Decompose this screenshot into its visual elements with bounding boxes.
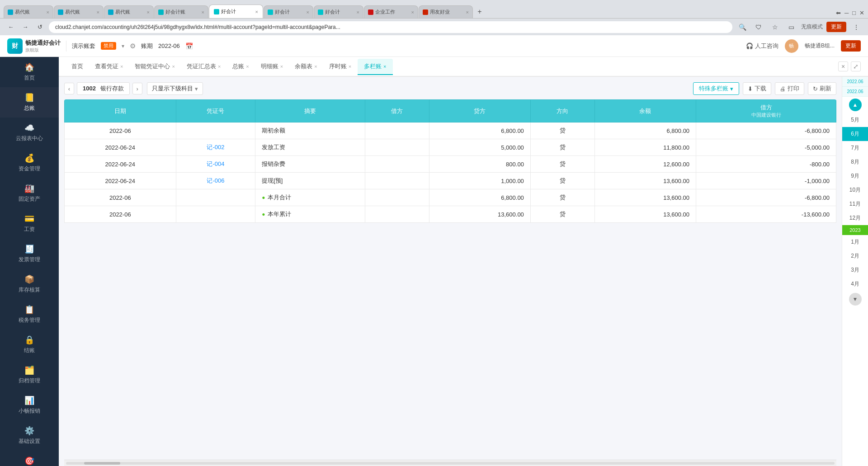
tab-voucher-summary-close[interactable]: × [218, 64, 221, 69]
horizontal-scrollbar[interactable] [64, 460, 836, 466]
sidebar-item-close-account[interactable]: 🔒 结账 [0, 329, 59, 360]
tab-7-close[interactable]: × [357, 9, 359, 15]
month-7[interactable]: 7月 [842, 141, 868, 155]
sidebar-item-archive[interactable]: 🗂️ 归档管理 [0, 360, 59, 390]
tab-general-ledger-close[interactable]: × [246, 64, 249, 69]
tab-journal-close[interactable]: × [349, 64, 351, 69]
tab-6-close[interactable]: × [307, 9, 309, 15]
next-account-button[interactable]: › [132, 83, 142, 94]
sidebar-item-fund-mgmt[interactable]: 💰 资金管理 [0, 148, 59, 178]
month-3[interactable]: 3月 [842, 263, 868, 277]
scroll-up-button[interactable]: ▲ [849, 99, 862, 111]
tab-8-close[interactable]: × [411, 9, 414, 15]
refresh-button[interactable]: ↻ 刷新 [808, 82, 836, 95]
special-multi-column-button[interactable]: 特殊多栏账 ▾ [693, 82, 739, 95]
sidebar-item-fixed-assets[interactable]: 🏭 固定资产 [0, 178, 59, 208]
account-selector[interactable]: 1002 银行存款 [77, 82, 130, 95]
chevron-down-icon[interactable]: ▾ [122, 43, 124, 49]
browser-tab-5[interactable]: 好会计 × [209, 5, 263, 18]
tab-detail-ledger-close[interactable]: × [280, 64, 283, 69]
month-4[interactable]: 4月 [842, 277, 868, 291]
back-button[interactable]: ← [5, 22, 16, 33]
tab-5-close[interactable]: × [255, 9, 258, 14]
month-8[interactable]: 8月 [842, 155, 868, 169]
month-9[interactable]: 9月 [842, 169, 868, 183]
update-button[interactable]: 更新 [826, 22, 846, 32]
sidebar-item-general-ledger[interactable]: 📒 总账 [0, 87, 59, 118]
scroll-down-button[interactable]: ▼ [849, 293, 862, 306]
tab-balance-table-close[interactable]: × [314, 64, 317, 69]
reload-button[interactable]: ↺ [34, 22, 45, 33]
tab-general-ledger[interactable]: 总账 × [227, 59, 254, 75]
tab-4-close[interactable]: × [202, 9, 204, 15]
browser-tab-9[interactable]: 用友好业 × [419, 5, 473, 18]
tab-multi-column[interactable]: 多栏账 × [358, 59, 392, 75]
browser-tab-1[interactable]: 易代账 × [4, 5, 53, 18]
tab-3-close[interactable]: × [147, 9, 150, 15]
cell-voucher-1[interactable]: 记-002 [176, 139, 255, 156]
calendar-icon[interactable]: 📅 [185, 42, 193, 50]
month-2[interactable]: 2月 [842, 249, 868, 263]
month-12[interactable]: 12月 [842, 211, 868, 225]
tabs-left-icon[interactable]: ⬅ [836, 9, 841, 16]
tab-detail-ledger[interactable]: 明细账 × [255, 59, 288, 75]
voucher-link-2[interactable]: 记-004 [207, 160, 224, 167]
sidebar-item-invoice[interactable]: 🧾 发票管理 [0, 239, 59, 269]
tab-home[interactable]: 首页 [66, 59, 89, 75]
browser-tab-8[interactable]: 企业工作 × [364, 5, 418, 18]
cell-voucher-2[interactable]: 记-004 [176, 156, 255, 173]
tab-multi-column-close[interactable]: × [383, 64, 386, 69]
tab-voucher-summary[interactable]: 凭证汇总表 × [181, 59, 226, 75]
year-2023-badge[interactable]: 2023 [842, 225, 868, 235]
tab-view-voucher-close[interactable]: × [120, 64, 123, 69]
sidebar-item-settings[interactable]: ⚙️ 基础设置 [0, 420, 59, 451]
tab-9-close[interactable]: × [466, 9, 469, 15]
browser-tab-3[interactable]: 易代账 × [104, 5, 154, 18]
sidebar-item-tax[interactable]: 📋 税务管理 [0, 299, 59, 329]
disable-tag[interactable]: 禁用 [101, 42, 116, 50]
window-icon[interactable]: ▭ [785, 21, 797, 33]
tab-balance-table[interactable]: 余额表 × [289, 59, 322, 75]
maximize-button[interactable]: □ [852, 9, 856, 16]
search-icon[interactable]: 🔍 [736, 21, 749, 33]
filter-dropdown[interactable]: 只显示下级科目 ▾ [147, 82, 203, 95]
month-10[interactable]: 10月 [842, 183, 868, 197]
window-close-button[interactable]: ✕ [859, 9, 864, 16]
scroll-thumb[interactable] [84, 462, 120, 465]
tab-1-close[interactable]: × [47, 9, 49, 15]
sidebar-item-expense[interactable]: 📊 小畅报销 [0, 390, 59, 420]
consult-button[interactable]: 🎧 人工咨询 [746, 42, 778, 50]
tab-journal[interactable]: 序时账 × [324, 59, 357, 75]
browser-tab-2[interactable]: 易代账 × [54, 5, 104, 18]
tab-smart-voucher[interactable]: 智能凭证中心 × [129, 59, 180, 75]
prev-account-button[interactable]: ‹ [64, 83, 74, 94]
month-1[interactable]: 1月 [842, 235, 868, 249]
settings-icon[interactable]: ⚙ [130, 42, 136, 50]
month-5[interactable]: 5月 [842, 113, 868, 127]
bookmark-icon[interactable]: ☆ [769, 21, 781, 33]
sidebar-item-home[interactable]: 🏠 首页 [0, 57, 59, 87]
forward-button[interactable]: → [20, 22, 31, 33]
voucher-link-3[interactable]: 记-006 [207, 177, 224, 184]
tab-2-close[interactable]: × [97, 9, 99, 15]
address-input[interactable] [49, 21, 732, 33]
panel-collapse-button[interactable]: × [838, 61, 848, 71]
browser-tab-6[interactable]: 好会计 × [264, 5, 313, 18]
user-avatar[interactable]: 畅 [785, 39, 798, 53]
sidebar-item-cloud-reports[interactable]: ☁️ 云报表中心 [0, 118, 59, 148]
sidebar-item-salary[interactable]: 💳 工资 [0, 208, 59, 239]
browser-tab-4[interactable]: 好会计账 × [154, 5, 208, 18]
menu-icon[interactable]: ⋮ [850, 21, 863, 33]
month-6-active[interactable]: 6月 [842, 127, 868, 141]
month-11[interactable]: 11月 [842, 197, 868, 211]
minimize-button[interactable]: ─ [844, 9, 849, 16]
tab-view-voucher[interactable]: 查看凭证 × [90, 59, 128, 75]
cell-voucher-3[interactable]: 记-006 [176, 173, 255, 189]
tab-smart-voucher-close[interactable]: × [172, 64, 175, 69]
download-button[interactable]: ⬇ 下载 [743, 82, 771, 95]
browser-tab-7[interactable]: 好会计 × [314, 5, 363, 18]
update-app-button[interactable]: 更新 [841, 40, 861, 52]
voucher-link-1[interactable]: 记-002 [207, 144, 224, 151]
panel-expand-button[interactable]: ⤢ [851, 61, 861, 71]
sidebar-item-guide[interactable]: 🎯 新手引导 [0, 451, 59, 466]
